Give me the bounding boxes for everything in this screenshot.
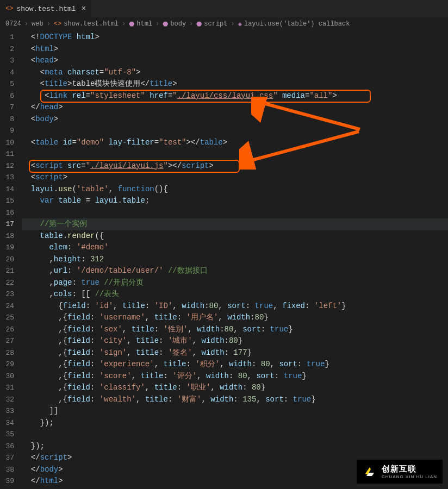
tab-bar: <> show.test.html × (0, 0, 448, 17)
watermark-subtext: CHUANG XIN HU LIAN (382, 474, 437, 479)
breadcrumb-item[interactable]: show.test.html (64, 20, 119, 28)
tag-icon: ⬣ (163, 20, 168, 28)
breadcrumb-item[interactable]: html (136, 20, 152, 28)
close-icon[interactable]: × (82, 4, 86, 13)
file-tab[interactable]: <> show.test.html × (0, 0, 91, 17)
cube-icon: ◈ (238, 20, 242, 28)
breadcrumb-item[interactable]: 0724 (5, 20, 21, 28)
tag-icon: ⬣ (196, 20, 202, 28)
chevron-right-icon: › (231, 20, 235, 28)
tab-filename: show.test.html (16, 5, 76, 13)
tag-icon: ⬣ (129, 20, 134, 28)
breadcrumb-item[interactable]: layui.use('table') callback (244, 20, 350, 28)
chevron-right-icon: › (189, 20, 193, 28)
watermark-logo: 创新互联 CHUANG XIN HU LIAN (357, 460, 443, 484)
code-editor[interactable]: 1234567891011121314151617181920212223242… (0, 30, 448, 487)
html-file-icon: <> (54, 20, 61, 28)
chevron-right-icon: › (24, 20, 28, 28)
logo-icon (362, 464, 377, 479)
code-content[interactable]: <!DOCTYPE html> <html> <head> <meta char… (22, 30, 448, 487)
breadcrumb: 0724 › web › <> show.test.html › ⬣ html … (0, 17, 448, 30)
chevron-right-icon: › (155, 20, 159, 28)
breadcrumb-item[interactable]: body (170, 20, 186, 28)
line-numbers: 1234567891011121314151617181920212223242… (0, 30, 22, 487)
breadcrumb-item[interactable]: script (204, 20, 227, 28)
watermark-text: 创新互联 (382, 464, 437, 474)
chevron-right-icon: › (122, 20, 126, 28)
chevron-right-icon: › (47, 20, 51, 28)
html-file-icon: <> (5, 5, 13, 12)
breadcrumb-item[interactable]: web (32, 20, 43, 28)
